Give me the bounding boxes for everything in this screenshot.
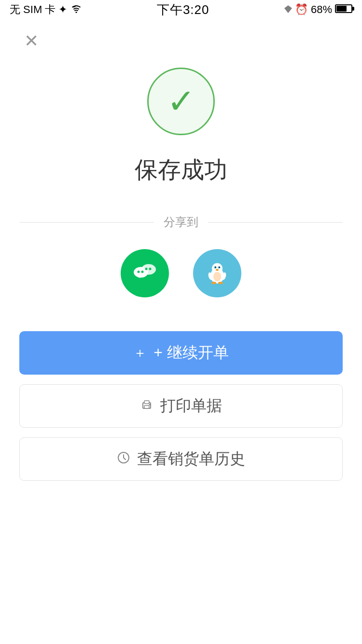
continue-label: + 继续开单 bbox=[153, 342, 229, 364]
history-label: 查看销货单历史 bbox=[137, 448, 245, 470]
print-label: 打印单据 bbox=[160, 395, 222, 417]
svg-point-11 bbox=[219, 266, 220, 267]
close-button[interactable]: ✕ bbox=[19, 29, 43, 53]
no-sim-label: 无 SIM 卡 ✦ bbox=[10, 2, 67, 17]
share-icons bbox=[121, 249, 241, 297]
continue-button[interactable]: ＋ + 继续开单 bbox=[19, 331, 343, 375]
divider-line-left bbox=[19, 222, 154, 223]
plus-icon: ＋ bbox=[133, 344, 147, 362]
status-right: ⏰ 68% bbox=[284, 3, 352, 16]
status-left: 无 SIM 卡 ✦ bbox=[10, 2, 82, 17]
battery-icon bbox=[335, 3, 352, 16]
action-buttons: ＋ + 继续开单 打印单据 查看销货单历史 bbox=[19, 331, 343, 481]
svg-point-21 bbox=[149, 404, 151, 405]
wifi-icon bbox=[71, 3, 82, 16]
svg-rect-20 bbox=[144, 406, 149, 408]
svg-point-10 bbox=[215, 266, 216, 267]
svg-point-12 bbox=[216, 269, 219, 271]
success-title: 保存成功 bbox=[135, 154, 227, 185]
svg-point-1 bbox=[141, 264, 156, 275]
divider-line-right bbox=[208, 222, 343, 223]
svg-point-4 bbox=[145, 268, 148, 270]
svg-point-13 bbox=[213, 272, 221, 281]
svg-point-15 bbox=[218, 282, 223, 284]
share-label: 分享到 bbox=[164, 214, 198, 230]
svg-point-5 bbox=[149, 268, 152, 270]
share-divider: 分享到 bbox=[19, 214, 343, 230]
svg-point-2 bbox=[138, 271, 140, 273]
svg-point-3 bbox=[141, 271, 144, 273]
printer-icon bbox=[140, 398, 153, 415]
svg-rect-19 bbox=[144, 401, 149, 404]
history-icon bbox=[117, 451, 130, 468]
time-label: 下午3:20 bbox=[157, 1, 209, 18]
location-icon bbox=[284, 3, 292, 16]
print-button[interactable]: 打印单据 bbox=[19, 384, 343, 428]
wechat-share-button[interactable] bbox=[121, 249, 169, 297]
wechat-icon bbox=[130, 259, 159, 288]
success-circle: ✓ bbox=[147, 68, 215, 135]
close-icon: ✕ bbox=[24, 32, 39, 50]
qq-share-button[interactable] bbox=[193, 249, 241, 297]
main-content: ✓ 保存成功 分享到 bbox=[0, 53, 362, 644]
qq-icon bbox=[203, 259, 232, 288]
battery-label: 68% bbox=[311, 3, 332, 16]
history-button[interactable]: 查看销货单历史 bbox=[19, 437, 343, 481]
alarm-icon: ⏰ bbox=[295, 3, 308, 16]
checkmark-icon: ✓ bbox=[167, 84, 195, 118]
svg-point-14 bbox=[211, 282, 216, 284]
status-bar: 无 SIM 卡 ✦ 下午3:20 ⏰ 68% bbox=[0, 0, 362, 19]
